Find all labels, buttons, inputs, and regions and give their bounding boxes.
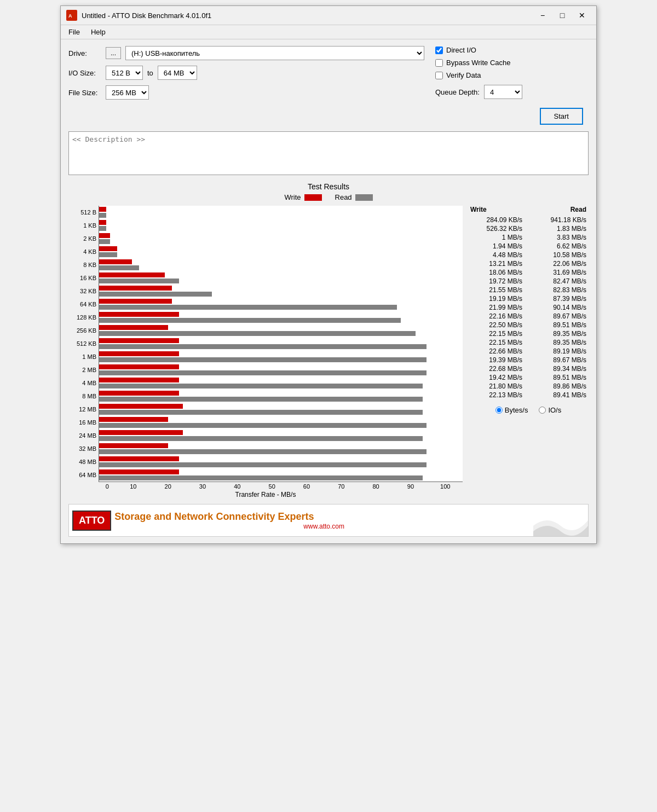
bar-row xyxy=(99,206,463,219)
table-row: 19.42 MB/s89.51 MB/s xyxy=(468,373,589,382)
y-label: 64 KB xyxy=(68,298,99,311)
write-value: 21.99 MB/s xyxy=(470,304,522,311)
write-bar xyxy=(99,430,183,435)
write-value: 19.42 MB/s xyxy=(470,374,522,381)
write-legend-label: Write xyxy=(284,193,301,201)
x-axis-label: 10 xyxy=(116,483,151,490)
read-bar xyxy=(99,462,427,467)
read-bar xyxy=(99,384,423,388)
bypass-cache-label[interactable]: Bypass Write Cache xyxy=(446,59,511,67)
y-label: 512 B xyxy=(68,206,99,219)
write-value: 1 MB/s xyxy=(470,234,522,241)
bytes-radio-label[interactable]: Bytes/s xyxy=(495,406,528,414)
direct-io-checkbox[interactable] xyxy=(435,47,443,54)
io-radio-label[interactable]: IO/s xyxy=(539,406,561,414)
write-bar xyxy=(99,443,168,448)
results-section: Test Results Write Read 512 B1 KB2 KB4 K… xyxy=(68,182,589,498)
io-from-select[interactable]: 512 B xyxy=(106,66,143,80)
direct-io-row: Direct I/O xyxy=(435,46,589,54)
table-row: 22.68 MB/s89.34 MB/s xyxy=(468,364,589,373)
file-size-label: File Size: xyxy=(68,89,101,97)
description-textarea[interactable] xyxy=(68,131,589,175)
title-bar: A Untitled - ATTO Disk Benchmark 4.01.0f… xyxy=(61,6,596,25)
data-rows: 284.09 KB/s941.18 KB/s526.32 KB/s1.83 MB… xyxy=(468,216,589,399)
verify-data-row: Verify Data xyxy=(435,71,589,79)
atto-logo: ATTO xyxy=(72,511,111,531)
maximize-button[interactable]: □ xyxy=(554,9,571,21)
bar-row xyxy=(99,363,463,376)
write-bar xyxy=(99,312,179,317)
read-bar xyxy=(99,344,427,349)
drive-label: Drive: xyxy=(68,49,101,57)
table-row: 21.80 MB/s89.86 MB/s xyxy=(468,382,589,391)
table-read-header: Read xyxy=(570,206,586,213)
y-label: 256 KB xyxy=(68,324,99,337)
io-radio[interactable] xyxy=(539,407,546,414)
start-button[interactable]: Start xyxy=(540,108,583,125)
bar-row xyxy=(99,468,463,482)
read-value: 89.67 MB/s xyxy=(534,356,586,364)
read-bar xyxy=(99,292,212,297)
queue-depth-row: Queue Depth: 4 xyxy=(435,85,589,99)
bar-row xyxy=(99,429,463,442)
legend-write: Write xyxy=(284,193,321,201)
read-bar xyxy=(99,318,401,323)
read-value: 82.83 MB/s xyxy=(534,286,586,294)
read-legend-label: Read xyxy=(335,193,352,201)
write-value: 18.06 MB/s xyxy=(470,269,522,276)
svg-text:A: A xyxy=(68,13,72,19)
write-bar xyxy=(99,469,179,474)
close-button[interactable]: ✕ xyxy=(573,9,591,21)
read-bar xyxy=(99,239,110,244)
title-bar-left: A Untitled - ATTO Disk Benchmark 4.01.0f… xyxy=(66,10,211,21)
y-label: 32 KB xyxy=(68,285,99,298)
io-size-label: I/O Size: xyxy=(68,69,101,77)
bar-row xyxy=(99,271,463,285)
read-value: 89.51 MB/s xyxy=(534,374,586,381)
verify-data-checkbox[interactable] xyxy=(435,72,443,79)
results-title: Test Results xyxy=(68,182,589,191)
read-value: 31.69 MB/s xyxy=(534,269,586,276)
atto-text: Storage and Network Connectivity Experts… xyxy=(114,511,533,530)
write-bar xyxy=(99,286,172,291)
read-value: 89.19 MB/s xyxy=(534,347,586,355)
y-label: 32 MB xyxy=(68,442,99,455)
read-value: 89.86 MB/s xyxy=(534,382,586,390)
menu-help[interactable]: Help xyxy=(88,27,109,37)
queue-depth-label: Queue Depth: xyxy=(435,88,480,96)
queue-depth-select[interactable]: 4 xyxy=(484,85,522,99)
io-to-select[interactable]: 64 MB xyxy=(158,66,197,80)
read-value: 82.47 MB/s xyxy=(534,277,586,285)
read-bar xyxy=(99,475,423,480)
x-axis-label: 70 xyxy=(324,483,359,490)
verify-data-label[interactable]: Verify Data xyxy=(446,71,481,79)
read-bar xyxy=(99,279,179,283)
form-right: Direct I/O Bypass Write Cache Verify Dat… xyxy=(435,46,589,125)
y-label: 8 KB xyxy=(68,258,99,271)
write-value: 526.32 KB/s xyxy=(470,225,522,233)
x-axis-label: 50 xyxy=(255,483,289,490)
write-value: 22.68 MB/s xyxy=(470,365,522,373)
direct-io-label[interactable]: Direct I/O xyxy=(446,46,476,54)
read-value: 10.58 MB/s xyxy=(534,251,586,259)
table-row: 13.21 MB/s22.06 MB/s xyxy=(468,259,589,268)
bar-row xyxy=(99,416,463,429)
y-label: 64 MB xyxy=(68,468,99,482)
y-label: 1 KB xyxy=(68,219,99,232)
bypass-cache-checkbox[interactable] xyxy=(435,59,443,67)
file-size-select[interactable]: 256 MB xyxy=(106,85,149,100)
data-table-header: Write Read xyxy=(468,206,589,213)
bar-row xyxy=(99,311,463,324)
drive-row: Drive: ... (H:) USB-накопитель xyxy=(68,46,424,60)
menu-file[interactable]: File xyxy=(65,27,83,37)
drive-select[interactable]: (H:) USB-накопитель xyxy=(125,46,424,60)
x-axis-label: 60 xyxy=(289,483,324,490)
chart-container: 512 B1 KB2 KB4 KB8 KB16 KB32 KB64 KB128 … xyxy=(68,206,463,498)
bytes-radio[interactable] xyxy=(495,407,503,414)
drive-browse-button[interactable]: ... xyxy=(106,47,121,59)
read-legend-color xyxy=(355,194,373,201)
bar-row xyxy=(99,232,463,245)
read-value: 941.18 KB/s xyxy=(534,216,586,224)
minimize-button[interactable]: − xyxy=(534,9,551,21)
table-row: 22.16 MB/s89.67 MB/s xyxy=(468,312,589,321)
